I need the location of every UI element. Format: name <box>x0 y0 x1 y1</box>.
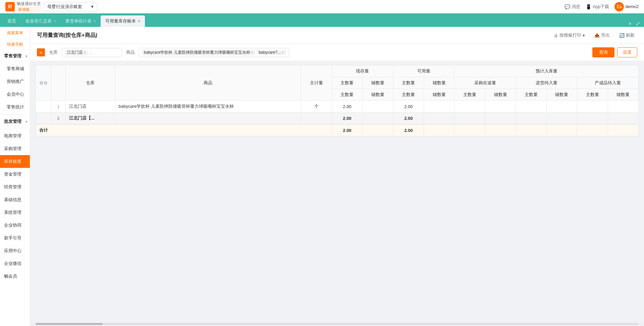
sidebar-item-wholesale-mgmt[interactable]: 批发管理 <box>0 115 30 128</box>
export-btn[interactable]: 导出 <box>592 31 612 40</box>
cell-available-aux-2 <box>424 112 454 125</box>
sidebar-item-member[interactable]: 畅会员 <box>0 270 30 283</box>
data-table: ⚙ 仓库 商品 主计量 现存量 可用量 预计入库量 主数量 辅数量 主数量 <box>36 65 639 136</box>
filter-actions: 查询 设置 <box>592 47 637 57</box>
sidebar-item-finance[interactable]: 资金管理 <box>0 168 30 181</box>
gear-icon[interactable]: ⚙ <box>39 81 48 86</box>
product-label: 商品 <box>126 49 135 55</box>
sidebar-item-enterprise-wechat[interactable]: 企业微信 <box>0 257 30 270</box>
content-area: 可用量查询(按仓库+商品) 按模板打印 导出 刷新 » 仓库 <box>30 27 644 326</box>
th-cs-main: 主数量 <box>332 89 362 101</box>
tab-available-stock-label: 可用量库存账本 <box>105 18 136 24</box>
warehouse-tag-close[interactable]: × <box>84 50 86 54</box>
chevron-down-icon <box>25 54 27 58</box>
table-footer-row: 合计 2.00 2.00 <box>36 124 639 136</box>
settings-btn[interactable]: 设置 <box>617 47 637 57</box>
warehouse-tag: 江北门店 × <box>65 49 88 56</box>
sidebar-item-new-guide[interactable]: 新手引导 <box>0 232 30 244</box>
scroll-thumb[interactable] <box>36 323 103 325</box>
th-settings: ⚙ <box>36 65 51 101</box>
product-tag-1: babycare学饮杯 儿童防摔防撞吸管杯重力球吸嘴杯宝宝水杯 × <box>142 49 255 56</box>
cell-pa-aux <box>546 101 577 112</box>
print-template-btn[interactable]: 按模板打印 <box>551 31 588 40</box>
refresh-label: 刷新 <box>626 32 635 38</box>
cell-pra-aux <box>608 101 638 112</box>
cell-settings <box>36 101 51 112</box>
tab-available-stock-close[interactable]: × <box>138 19 140 24</box>
tab-receivables-summary[interactable]: 收发存汇总表 × <box>21 15 61 27</box>
sidebar-item-app-center[interactable]: 应用中心 <box>0 244 30 257</box>
sidebar-search[interactable]: 搜索菜单 <box>0 27 30 40</box>
sidebar-item-inventory[interactable]: 库存核算 <box>0 155 30 168</box>
th-purchase-arriving: 进货待入量 <box>516 77 577 89</box>
th-pra-main: 主数量 <box>577 89 608 101</box>
product-tag-1-close[interactable]: × <box>251 50 253 54</box>
chevron-down-icon <box>25 120 27 124</box>
page-title: 可用量查询(按仓库+商品) <box>37 32 97 39</box>
logo-icon: 好 <box>5 2 15 11</box>
app-download-action[interactable]: App下载 <box>586 4 609 10</box>
cell-no: 1 <box>51 101 66 112</box>
footer-pra-aux <box>608 124 638 136</box>
th-cs-aux: 辅数量 <box>363 89 393 101</box>
th-planned-inbound: 预计入库量 <box>454 65 639 77</box>
table-row-group: 2 江北门店【... 2.00 2.00 <box>36 112 639 125</box>
cell-available-main-2: 2.00 <box>393 112 424 125</box>
message-action[interactable]: 消息 <box>565 4 580 10</box>
th-pra-aux: 辅数量 <box>608 89 638 101</box>
user-area[interactable]: Ea demo2 <box>614 2 639 11</box>
sidebar-item-marketing[interactable]: 营销推广 <box>0 75 30 88</box>
tab-order-stats-close[interactable]: × <box>94 19 96 24</box>
footer-label: 合计 <box>36 124 332 136</box>
sidebar-item-system-mgmt[interactable]: 系统管理 <box>0 206 30 219</box>
cell-pra-main <box>577 101 608 112</box>
footer-available-aux <box>424 124 454 136</box>
sidebar-item-member-center[interactable]: 会员中心 <box>0 88 30 101</box>
tab-receivables-label: 收发存汇总表 <box>25 18 52 24</box>
cell-pit-main <box>454 101 485 112</box>
cell-product: babycare学饮杯 儿童防摔防撞吸管杯重力球吸嘴杯宝宝水杯 <box>115 101 301 112</box>
refresh-btn[interactable]: 刷新 <box>616 31 637 40</box>
filter-expand-btn[interactable]: » <box>37 48 45 56</box>
bottom-scrollbar[interactable] <box>30 322 644 326</box>
chevron-down-icon <box>583 33 585 38</box>
message-icon <box>565 4 570 9</box>
industry-select[interactable]: 母婴行业演示账套 <box>44 2 97 11</box>
sidebar-item-retail-mall[interactable]: 零售商城 <box>0 62 30 75</box>
sidebar-item-basic-info[interactable]: 基础信息 <box>0 193 30 206</box>
footer-pit-main <box>454 124 485 136</box>
warehouse-dots[interactable]: ... <box>89 50 93 55</box>
sidebar-item-operations[interactable]: 经营管理 <box>0 181 30 193</box>
close-all-tabs[interactable]: × <box>626 21 634 27</box>
product-tag-2-value: babycare?... <box>259 50 281 55</box>
tab-order-stats-label: 要货单统计表 <box>65 18 92 24</box>
cell-current-main-2: 2.00 <box>332 112 362 125</box>
warehouse-input[interactable]: 江北门店 × ... <box>62 48 122 57</box>
query-btn[interactable]: 查询 <box>592 47 614 57</box>
tab-home[interactable]: 首页 <box>3 15 21 27</box>
sidebar-item-enterprise-collab[interactable]: 企业协同 <box>0 219 30 232</box>
page-header: 可用量查询(按仓库+商品) 按模板打印 导出 刷新 <box>30 27 644 44</box>
tab-order-stats[interactable]: 要货单统计表 × <box>61 15 101 27</box>
sidebar-item-ecommerce[interactable]: 电商管理 <box>0 130 30 142</box>
cell-main-unit: 个 <box>301 101 332 112</box>
warehouse-label: 仓库 <box>49 49 58 55</box>
tab-receivables-close[interactable]: × <box>54 19 56 24</box>
cell-product-2 <box>115 112 301 125</box>
sidebar-item-retail-stats[interactable]: 零售统计 <box>0 101 30 113</box>
sidebar-item-purchase[interactable]: 采购管理 <box>0 142 30 155</box>
cell-pa-aux-2 <box>546 112 577 125</box>
sidebar-item-retail-mgmt[interactable]: 零售管理 <box>0 50 30 62</box>
footer-current-aux <box>363 124 393 136</box>
product-input[interactable]: babycare学饮杯 儿童防摔防撞吸管杯重力球吸嘴杯宝宝水杯 × babyca… <box>139 48 289 57</box>
product-tag-2-close[interactable]: × <box>282 50 284 54</box>
top-bar-right: 消息 App下载 Ea demo2 <box>565 2 639 11</box>
expand-tabs[interactable]: ⤢ <box>634 20 641 27</box>
th-production-arriving: 产成品待入量 <box>577 77 639 89</box>
cell-pit-aux <box>485 101 516 112</box>
th-current-stock: 现存量 <box>332 65 393 77</box>
footer-pra-main <box>577 124 608 136</box>
th-product: 商品 <box>115 65 301 101</box>
sidebar-quick-nav[interactable]: 快捷导航 <box>0 40 30 50</box>
tab-available-stock[interactable]: 可用量库存账本 × <box>101 15 145 27</box>
